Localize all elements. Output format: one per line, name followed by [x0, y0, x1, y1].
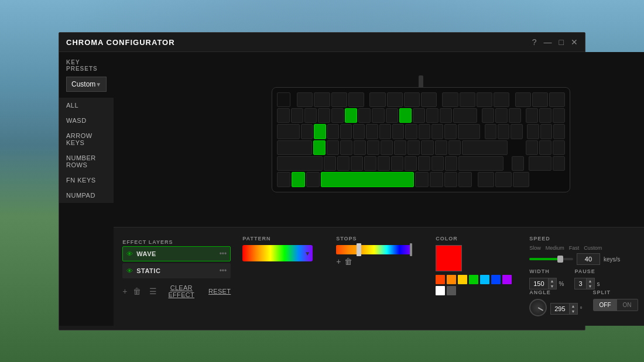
key-c[interactable] — [351, 156, 363, 171]
preset-fn-keys[interactable]: FN KEYS — [59, 173, 114, 188]
key-t[interactable] — [353, 124, 365, 139]
layer-static-menu-icon[interactable]: ••• — [220, 267, 227, 275]
key-j[interactable] — [394, 140, 406, 155]
key-del[interactable] — [485, 124, 496, 139]
key-num3[interactable] — [553, 140, 565, 155]
key-1[interactable] — [291, 108, 303, 123]
key-k[interactable] — [407, 140, 420, 155]
preset-dropdown[interactable]: Custom ▼ — [66, 77, 107, 92]
key-p[interactable] — [419, 124, 430, 139]
key-f4[interactable] — [348, 92, 364, 107]
key-f11[interactable] — [477, 92, 492, 107]
key-esc[interactable] — [277, 92, 290, 107]
pause-increment-button[interactable]: ▲ — [587, 278, 594, 284]
key-6[interactable] — [358, 108, 371, 123]
key-tilde[interactable] — [277, 108, 289, 123]
stops-add-button[interactable]: + — [336, 257, 341, 266]
key-9[interactable] — [399, 108, 412, 123]
key-num8[interactable] — [539, 108, 551, 123]
key-numdot[interactable] — [553, 156, 565, 171]
key-7[interactable] — [372, 108, 384, 123]
key-slash[interactable] — [445, 156, 457, 171]
key-o[interactable] — [405, 124, 417, 139]
keyboard-visual[interactable] — [272, 87, 570, 192]
key-lshift[interactable] — [277, 156, 323, 171]
key-end[interactable] — [498, 124, 509, 139]
key-f12[interactable] — [494, 92, 509, 107]
key-fn[interactable] — [430, 172, 443, 187]
key-quote[interactable] — [448, 140, 461, 155]
key-num5[interactable] — [540, 124, 552, 139]
layer-wave[interactable]: 👁 WAVE ••• — [122, 246, 231, 261]
key-pgdn[interactable] — [511, 124, 522, 139]
key-e[interactable] — [327, 124, 339, 139]
angle-stepper[interactable]: 295 ▲ ▼ — [550, 303, 577, 315]
key-num1[interactable] — [526, 140, 538, 155]
color-swatch-1[interactable] — [447, 275, 456, 284]
split-toggle[interactable]: OFF ON — [593, 299, 638, 311]
key-ins[interactable] — [482, 108, 494, 123]
key-num9[interactable] — [553, 108, 565, 123]
key-f3[interactable] — [331, 92, 347, 107]
angle-dial[interactable] — [529, 299, 547, 316]
main-color-swatch[interactable] — [436, 245, 462, 271]
key-scroll[interactable] — [532, 92, 548, 107]
color-swatch-8[interactable] — [447, 286, 456, 295]
key-num0[interactable] — [529, 156, 552, 171]
key-5[interactable] — [345, 108, 357, 123]
key-tab[interactable] — [277, 124, 300, 139]
key-left[interactable] — [478, 172, 494, 187]
clear-effect-button[interactable]: CLEAR EFFECT — [163, 284, 200, 298]
key-8[interactable] — [386, 108, 398, 123]
preset-numpad[interactable]: NUMPAD — [59, 188, 114, 203]
key-f8[interactable] — [421, 92, 437, 107]
split-on-button[interactable]: ON — [617, 299, 638, 311]
key-0[interactable] — [413, 108, 425, 123]
key-v[interactable] — [364, 156, 376, 171]
pause-decrement-button[interactable]: ▼ — [587, 284, 594, 289]
color-swatch-2[interactable] — [458, 275, 467, 284]
key-lalt[interactable] — [306, 172, 320, 187]
key-n[interactable] — [391, 156, 403, 171]
key-num2[interactable] — [539, 140, 551, 155]
key-minus[interactable] — [426, 108, 439, 123]
color-swatch-3[interactable] — [469, 275, 478, 284]
layer-static[interactable]: 👁 STATIC ••• — [122, 263, 231, 278]
key-z[interactable] — [324, 156, 336, 171]
key-b[interactable] — [378, 156, 390, 171]
key-ralt[interactable] — [415, 172, 429, 187]
key-lctrl[interactable] — [277, 172, 290, 187]
key-f7[interactable] — [404, 92, 420, 107]
key-semicolon[interactable] — [435, 140, 447, 155]
key-a[interactable] — [313, 140, 326, 155]
preset-arrow-keys[interactable]: ARROW KEYS — [59, 128, 114, 150]
key-m[interactable] — [405, 156, 417, 171]
key-rbracket[interactable] — [444, 124, 456, 139]
key-q[interactable] — [301, 124, 313, 139]
key-capslock[interactable] — [277, 140, 311, 155]
speed-value-input[interactable] — [577, 253, 600, 265]
key-lbracket[interactable] — [431, 124, 443, 139]
key-f2[interactable] — [314, 92, 330, 107]
key-menu[interactable] — [444, 172, 458, 187]
key-comma[interactable] — [418, 156, 430, 171]
key-backslash[interactable] — [458, 124, 481, 139]
help-button[interactable]: ? — [532, 37, 537, 47]
key-enter[interactable] — [462, 140, 508, 155]
key-num4[interactable] — [527, 124, 539, 139]
key-space[interactable] — [321, 172, 414, 187]
stops-del-button[interactable]: 🗑 — [344, 257, 352, 266]
preset-wasd[interactable]: WASD — [59, 113, 114, 128]
reset-button[interactable]: RESET — [208, 284, 231, 298]
key-prtsc[interactable] — [515, 92, 531, 107]
key-lwin[interactable] — [292, 172, 305, 187]
key-right[interactable] — [513, 172, 529, 187]
key-home[interactable] — [495, 108, 508, 123]
color-swatch-7[interactable] — [436, 286, 445, 295]
key-rshift[interactable] — [458, 156, 504, 171]
key-w[interactable] — [314, 124, 326, 139]
delete-layer-button[interactable]: 🗑 — [133, 287, 141, 296]
preset-number-rows[interactable]: NUMBER ROWS — [59, 150, 114, 173]
key-y[interactable] — [366, 124, 378, 139]
key-l[interactable] — [421, 140, 433, 155]
